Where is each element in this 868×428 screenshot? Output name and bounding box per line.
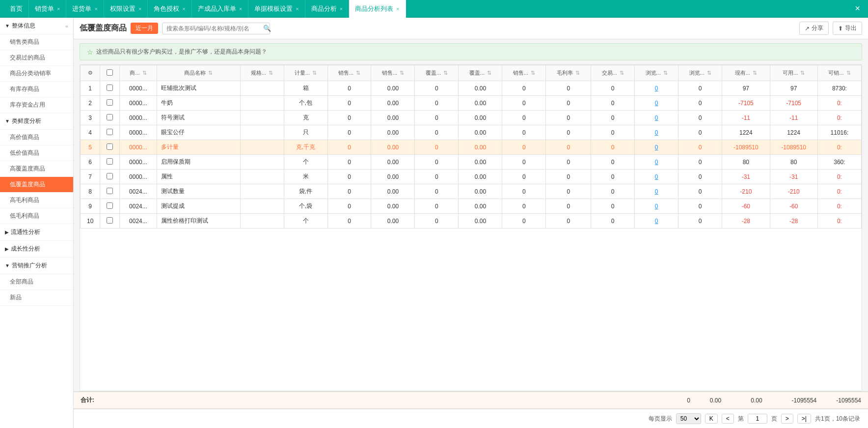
browse-link[interactable]: 0 xyxy=(655,144,658,151)
row-checkbox[interactable] xyxy=(100,81,120,96)
page-number-input[interactable] xyxy=(748,414,767,424)
sidebar-item-stock-capital[interactable]: 库存资金占用 xyxy=(0,97,73,113)
close-icon[interactable]: × xyxy=(182,6,185,12)
col-stock2[interactable]: 可用... ⇅ xyxy=(770,65,817,81)
row-checkbox[interactable] xyxy=(100,140,120,155)
nav-purchase-order[interactable]: 进货单 × xyxy=(66,0,104,18)
row-select-checkbox[interactable] xyxy=(107,173,113,179)
browse-link[interactable]: 0 xyxy=(655,218,658,225)
search-input[interactable] xyxy=(162,23,270,34)
col-trade[interactable]: 交易... ⇅ xyxy=(591,65,635,81)
sidebar-section-overall[interactable]: ▼ 整体信息 « xyxy=(0,18,73,34)
browse-link[interactable]: 0 xyxy=(655,100,658,107)
nav-role-auth[interactable]: 角色授权 × xyxy=(148,0,191,18)
row-browse1[interactable]: 0 xyxy=(635,140,678,155)
nav-template-settings[interactable]: 单据模板设置 × xyxy=(248,0,305,18)
sidebar-collapse-btn[interactable]: « xyxy=(65,23,68,29)
row-checkbox[interactable] xyxy=(100,199,120,214)
browse-link[interactable]: 0 xyxy=(655,114,658,121)
close-icon[interactable]: × xyxy=(94,6,97,12)
page-size-select[interactable]: 50 100 200 xyxy=(676,413,701,424)
row-checkbox[interactable] xyxy=(100,96,120,111)
nav-product-analysis[interactable]: 商品分析 × xyxy=(305,0,349,18)
row-select-checkbox[interactable] xyxy=(107,188,113,194)
sidebar-item-category-sales-rate[interactable]: 商品分类动销率 xyxy=(0,66,73,82)
col-code[interactable]: 商... ⇅ xyxy=(119,65,157,81)
close-icon[interactable]: × xyxy=(340,6,343,12)
col-name[interactable]: 商品名称 ⇅ xyxy=(157,65,240,81)
col-settings[interactable]: ⚙ xyxy=(81,65,100,81)
sidebar-item-traded-products[interactable]: 交易过的商品 xyxy=(0,50,73,66)
col-checkbox[interactable] xyxy=(100,65,120,81)
prev-page-button[interactable]: < xyxy=(722,414,734,424)
export-button[interactable]: ⬆ 导出 xyxy=(833,22,862,35)
browse-link[interactable]: 0 xyxy=(655,203,658,210)
sidebar-item-sales-products[interactable]: 销售类商品 xyxy=(0,34,73,50)
browse-link[interactable]: 0 xyxy=(655,159,658,166)
col-sales3[interactable]: 销售... ⇅ xyxy=(502,65,546,81)
browse-link[interactable]: 0 xyxy=(655,173,658,180)
row-checkbox[interactable] xyxy=(100,170,120,184)
sidebar-section-freshness[interactable]: ▼ 类鲜度分析 xyxy=(0,113,73,130)
sidebar-section-marketing[interactable]: ▼ 营销推广分析 xyxy=(0,257,73,274)
row-browse1[interactable]: 0 xyxy=(635,125,678,140)
close-icon[interactable]: × xyxy=(239,6,242,12)
row-select-checkbox[interactable] xyxy=(107,129,113,135)
row-select-checkbox[interactable] xyxy=(107,202,113,209)
nav-product-warehouse[interactable]: 产成品入库单 × xyxy=(192,0,248,18)
next-page-button[interactable]: > xyxy=(781,414,793,424)
browse-link[interactable]: 0 xyxy=(655,85,658,92)
row-browse1[interactable]: 0 xyxy=(635,214,678,228)
row-select-checkbox[interactable] xyxy=(107,143,113,150)
row-browse1[interactable]: 0 xyxy=(635,170,678,184)
close-icon[interactable]: × xyxy=(396,6,399,12)
browse-link[interactable]: 0 xyxy=(655,188,658,195)
col-stock1[interactable]: 现有... ⇅ xyxy=(722,65,770,81)
nav-permission[interactable]: 权限设置 × xyxy=(104,0,148,18)
close-icon[interactable]: × xyxy=(57,6,60,12)
col-sellable[interactable]: 可销... ⇅ xyxy=(817,65,861,81)
row-checkbox[interactable] xyxy=(100,155,120,170)
row-checkbox[interactable] xyxy=(100,214,120,228)
row-select-checkbox[interactable] xyxy=(107,85,113,91)
row-checkbox[interactable] xyxy=(100,125,120,140)
window-close-button[interactable]: × xyxy=(851,3,864,14)
col-sales1[interactable]: 销售... ⇅ xyxy=(327,65,371,81)
row-select-checkbox[interactable] xyxy=(107,114,113,120)
period-button[interactable]: 近一月 xyxy=(131,23,158,34)
first-page-button[interactable]: K xyxy=(705,414,718,424)
sidebar-section-circulation[interactable]: ▶ 流通性分析 xyxy=(0,224,73,241)
col-cover2[interactable]: 覆盖... ⇅ xyxy=(459,65,502,81)
row-browse1[interactable]: 0 xyxy=(635,155,678,170)
nav-product-analysis-list[interactable]: 商品分析列表 × xyxy=(349,0,406,18)
select-all-checkbox[interactable] xyxy=(107,69,113,76)
last-page-button[interactable]: >| xyxy=(797,414,811,424)
col-spec[interactable]: 规格... ⇅ xyxy=(240,65,284,81)
col-browse2[interactable]: 浏览... ⇅ xyxy=(678,65,722,81)
sidebar-item-new-products[interactable]: 新品 xyxy=(0,290,73,306)
col-sales2[interactable]: 销售... ⇅ xyxy=(371,65,415,81)
sidebar-item-all-products[interactable]: 全部商品 xyxy=(0,274,73,290)
row-browse1[interactable]: 0 xyxy=(635,184,678,199)
row-checkbox[interactable] xyxy=(100,184,120,199)
row-browse1[interactable]: 0 xyxy=(635,96,678,111)
col-unit[interactable]: 计量... ⇅ xyxy=(284,65,327,81)
share-button[interactable]: ↗ 分享 xyxy=(799,22,829,35)
row-select-checkbox[interactable] xyxy=(107,99,113,106)
sidebar-item-low-coverage[interactable]: 低覆盖度商品 xyxy=(0,177,73,193)
col-cover1[interactable]: 覆盖... ⇅ xyxy=(415,65,459,81)
close-icon[interactable]: × xyxy=(138,6,141,12)
col-margin[interactable]: 毛利率 ⇅ xyxy=(546,65,591,81)
sidebar-item-high-value[interactable]: 高价值商品 xyxy=(0,130,73,145)
col-browse1[interactable]: 浏览... ⇅ xyxy=(635,65,678,81)
row-browse1[interactable]: 0 xyxy=(635,111,678,125)
row-select-checkbox[interactable] xyxy=(107,217,113,224)
row-select-checkbox[interactable] xyxy=(107,158,113,165)
sidebar-item-low-margin[interactable]: 低毛利商品 xyxy=(0,208,73,224)
browse-link[interactable]: 0 xyxy=(655,129,658,136)
nav-home[interactable]: 首页 xyxy=(4,0,29,18)
sidebar-item-low-value[interactable]: 低价值商品 xyxy=(0,145,73,161)
sidebar-item-in-stock-products[interactable]: 有库存商品 xyxy=(0,82,73,97)
sidebar-item-high-margin[interactable]: 高毛利商品 xyxy=(0,193,73,208)
close-icon[interactable]: × xyxy=(296,6,298,12)
